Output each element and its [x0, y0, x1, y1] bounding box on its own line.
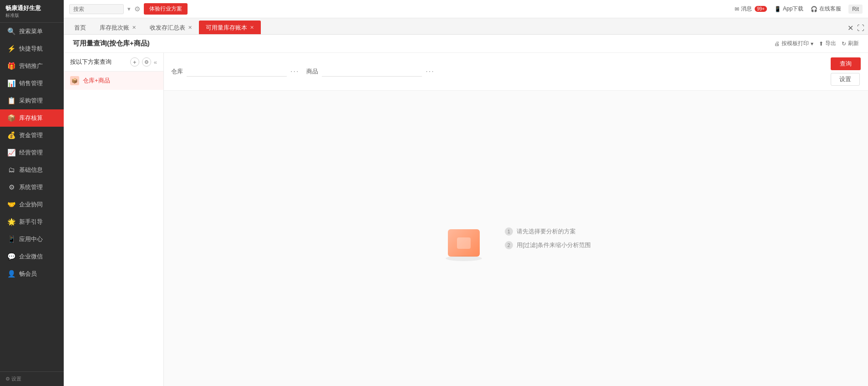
empty-hints: 1 请先选择要分析的方案 2 用[过滤]条件来缩小分析范围: [505, 227, 591, 249]
empty-hint-2: 2 用[过滤]条件来缩小分析范围: [505, 241, 591, 249]
tab-close-window-icon[interactable]: ✕: [848, 24, 853, 32]
filter-settings-button[interactable]: ⚙: [142, 57, 151, 67]
content-area: 按以下方案查询 + ⚙ « 📦 仓库+商品 仓库 ···: [64, 53, 868, 386]
tab-home[interactable]: 首页: [67, 21, 93, 34]
refresh-button[interactable]: ↻ 刷新: [842, 40, 859, 47]
topbar-search-input[interactable]: [69, 4, 124, 14]
page-title: 可用量查询(按仓库+商品): [73, 39, 150, 48]
sidebar-item-inventory[interactable]: 📦 库存核算: [0, 109, 64, 127]
sidebar-item-purchase[interactable]: 📋 采购管理: [0, 92, 64, 109]
topbar: ▾ ⚙ 体验行业方案 ✉ 消息 99+ 📱 App下载 🎧 在线客服 Rit: [64, 0, 868, 18]
sidebar-item-search[interactable]: 🔍 搜索菜单: [0, 23, 64, 40]
app-download-label: App下载: [783, 5, 803, 13]
sidebar-item-wechat[interactable]: 💬 企业微信: [0, 248, 64, 265]
user-profile-button[interactable]: Rit: [848, 5, 863, 14]
filter-add-button[interactable]: +: [130, 57, 139, 67]
message-label: 消息: [741, 5, 752, 13]
message-icon: ✉: [735, 6, 739, 12]
app-center-icon: 📱: [7, 235, 15, 243]
sidebar-item-app-center[interactable]: 📱 应用中心: [0, 231, 64, 248]
filter-item-warehouse-product[interactable]: 📦 仓库+商品: [64, 72, 163, 90]
empty-box-graphic: [448, 229, 480, 257]
empty-box-face: [457, 237, 471, 249]
topbar-gear-icon[interactable]: ⚙: [134, 5, 140, 13]
export-button[interactable]: ⬆ 导出: [819, 40, 836, 47]
tab-label-home: 首页: [74, 24, 86, 32]
sidebar-item-operation[interactable]: 📈 经营管理: [0, 144, 64, 161]
warehouse-input[interactable]: [187, 67, 287, 77]
tab-available-ledger[interactable]: 可用量库存账本✕: [199, 21, 261, 34]
export-label: 导出: [825, 40, 836, 47]
app-download-button[interactable]: 📱 App下载: [774, 5, 803, 13]
sidebar-item-label-marketing: 营销推广: [19, 62, 43, 70]
filter-item-icon-warehouse-product: 📦: [70, 76, 79, 85]
tab-expand-icon[interactable]: ⛶: [857, 24, 864, 32]
sidebar-item-newbie[interactable]: 🌟 新手引导: [0, 213, 64, 231]
search-icon: 🔍: [7, 27, 15, 36]
sidebar-item-marketing[interactable]: 🎁 营销推广: [0, 57, 64, 75]
filter-panel-header: 按以下方案查询 + ⚙ «: [64, 53, 163, 72]
topbar-arrow-icon[interactable]: ▾: [127, 5, 131, 12]
basic-icon: 🗂: [7, 166, 15, 174]
newbie-icon: 🌟: [7, 218, 15, 226]
tab-label-available-ledger: 可用量库存账本: [206, 24, 247, 32]
message-button[interactable]: ✉ 消息 99+: [735, 5, 767, 13]
sidebar-item-system[interactable]: ⚙ 系统管理: [0, 179, 64, 196]
app-subtitle: 标准版: [5, 12, 58, 19]
trial-button[interactable]: 体验行业方案: [144, 3, 188, 15]
tab-batch-account[interactable]: 库存批次账✕: [93, 21, 143, 34]
wechat-icon: 💬: [7, 252, 15, 261]
purchase-icon: 📋: [7, 97, 15, 105]
app-title: 畅康通好生意: [5, 5, 58, 12]
sidebar-item-basic[interactable]: 🗂 基础信息: [0, 161, 64, 179]
filter-panel-title: 按以下方案查询: [70, 58, 127, 66]
sales-icon: 📊: [7, 79, 15, 87]
print-dropdown-icon: ▾: [811, 41, 813, 47]
sidebar-bottom[interactable]: ⚙ 设置: [0, 371, 64, 386]
sidebar-item-label-sales: 销售管理: [19, 79, 43, 87]
online-service-icon: 🎧: [811, 6, 817, 12]
query-action-buttons: 查询 设置: [831, 57, 861, 86]
query-bar: 仓库 ··· 商品 ··· 查询 设置: [164, 53, 868, 91]
filter-item-label-warehouse-product: 仓库+商品: [83, 77, 110, 85]
export-icon: ⬆: [819, 41, 823, 47]
online-service-button[interactable]: 🎧 在线客服: [811, 5, 841, 13]
tab-close-stock-summary[interactable]: ✕: [188, 25, 192, 31]
sidebar-item-label-member: 畅会员: [19, 270, 37, 278]
tab-close-available-ledger[interactable]: ✕: [250, 25, 254, 31]
tab-stock-summary[interactable]: 收发存汇总表✕: [143, 21, 199, 34]
query-submit-button[interactable]: 查询: [831, 57, 861, 70]
page-header-actions: 🖨 按模板打印 ▾ ⬆ 导出 ↻ 刷新: [774, 40, 859, 47]
sidebar-item-label-enterprise: 企业协同: [19, 201, 43, 209]
sidebar-item-label-basic: 基础信息: [19, 166, 43, 174]
warehouse-label: 仓库: [171, 67, 183, 76]
finance-icon: 💰: [7, 131, 15, 139]
sidebar-item-enterprise[interactable]: 🤝 企业协同: [0, 196, 64, 213]
print-button[interactable]: 🖨 按模板打印 ▾: [774, 40, 813, 47]
warehouse-field: 仓库 ···: [171, 67, 299, 77]
tab-close-batch-account[interactable]: ✕: [132, 25, 136, 31]
tab-label-batch-account: 库存批次账: [100, 24, 129, 32]
member-icon: 👤: [7, 270, 15, 278]
tab-label-stock-summary: 收发存汇总表: [150, 24, 185, 32]
sidebar-item-sales[interactable]: 📊 销售管理: [0, 75, 64, 92]
query-settings-button[interactable]: 设置: [831, 73, 860, 86]
app-download-icon: 📱: [774, 6, 781, 12]
system-icon: ⚙: [7, 183, 15, 191]
filter-panel: 按以下方案查询 + ⚙ « 📦 仓库+商品: [64, 53, 164, 386]
shortcut-icon: ⚡: [7, 45, 15, 53]
sidebar-item-label-inventory: 库存核算: [19, 114, 43, 122]
sidebar-item-member[interactable]: 👤 畅会员: [0, 265, 64, 283]
empty-shadow: [446, 256, 482, 261]
product-input[interactable]: [322, 67, 422, 77]
user-name: Rit: [852, 6, 859, 12]
sidebar-logo: 畅康通好生意 标准版: [0, 0, 64, 23]
right-content: 仓库 ··· 商品 ··· 查询 设置: [164, 53, 868, 386]
sidebar-item-shortcut[interactable]: ⚡ 快捷导航: [0, 40, 64, 57]
sidebar-item-label-newbie: 新手引导: [19, 218, 43, 226]
topbar-right: ✉ 消息 99+ 📱 App下载 🎧 在线客服 Rit: [735, 5, 863, 14]
product-dots[interactable]: ···: [426, 67, 434, 76]
filter-collapse-button[interactable]: «: [154, 59, 157, 66]
sidebar-item-finance[interactable]: 💰 资金管理: [0, 127, 64, 144]
warehouse-dots[interactable]: ···: [290, 67, 299, 76]
